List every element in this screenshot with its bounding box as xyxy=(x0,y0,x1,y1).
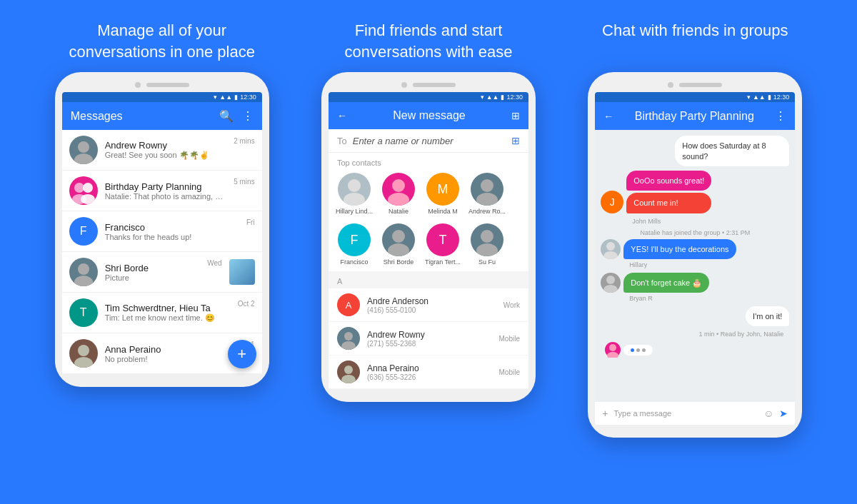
system-msg-natalie: Natalie has joined the group • 2:31 PM xyxy=(601,229,789,236)
svg-point-2 xyxy=(74,183,84,193)
wifi-icon-2: ▾ xyxy=(481,94,484,101)
sender-bryan: Bryan R xyxy=(628,295,789,302)
phone-3-speaker xyxy=(679,83,722,87)
status-time-3: 12:30 xyxy=(773,94,790,101)
svg-point-6 xyxy=(78,263,89,275)
contacts-grid-icon[interactable]: ⊞ xyxy=(511,135,520,146)
conv-item-francisco[interactable]: F Francisco Thanks for the heads up! Fri xyxy=(62,211,262,252)
contact-phone-andre: (416) 555-0100 xyxy=(367,306,496,314)
svg-point-24 xyxy=(606,242,615,251)
contact-hillary[interactable]: Hillary Lind... xyxy=(334,173,374,215)
message-input[interactable]: Type a message xyxy=(614,409,758,418)
avatar-tim: T xyxy=(69,298,98,327)
emoji-icon[interactable]: ☺ xyxy=(763,408,773,419)
contact-name-francisco2: Francisco xyxy=(340,258,368,266)
alpha-label-a: A xyxy=(337,277,342,286)
top-contacts-row1: Hillary Lind... Natalie M Melinda M xyxy=(329,170,528,221)
contact-info-andre: Andre Anderson (416) 555-0100 xyxy=(367,296,496,314)
contact-info-andrew2: Andrew Rowny (271) 555-2368 xyxy=(367,330,492,348)
bubble-bryan: Don't forget cake 🎂 xyxy=(623,273,709,293)
grid-icon[interactable]: ⊞ xyxy=(511,110,520,121)
signal-icon-3: ▲▲ xyxy=(753,94,766,101)
avatar-anna xyxy=(69,339,98,368)
conv-content-birthday: Birthday Party Planning Natalie: That ph… xyxy=(105,181,227,201)
svg-point-21 xyxy=(341,341,356,350)
more-icon-3[interactable]: ⋮ xyxy=(775,109,786,123)
svg-point-11 xyxy=(344,193,365,206)
conversation-list: Andrew Rowny Great! See you soon 🌴🌴✌️ 2 … xyxy=(62,130,262,374)
app-bar-3: ← Birthday Party Planning ⋮ xyxy=(595,102,795,130)
fab-button[interactable]: + xyxy=(228,340,256,368)
conv-item-birthday[interactable]: Birthday Party Planning Natalie: That ph… xyxy=(62,171,262,211)
contact-row-andrew[interactable]: Andrew Rowny (271) 555-2368 Mobile xyxy=(329,322,528,356)
contact-natalie[interactable]: Natalie xyxy=(379,173,419,215)
contact-name-sufu: Su Fu xyxy=(478,258,496,266)
contact-tigran[interactable]: T Tigran Tert... xyxy=(423,223,463,266)
wifi-icon-3: ▾ xyxy=(747,94,751,101)
phone-3-screen: ▾ ▲▲ ▮ 12:30 ← Birthday Party Planning ⋮… xyxy=(595,92,795,425)
contact-shri2[interactable]: Shri Borde xyxy=(379,223,419,266)
contact-row-andre[interactable]: A Andre Anderson (416) 555-0100 Work xyxy=(329,288,528,322)
j-bubbles: OoOo sounds great! Count me in! xyxy=(626,171,711,213)
conv-item-tim[interactable]: T Tim Schwerdtner, Hieu Ta Tim: Let me k… xyxy=(62,293,262,333)
conv-preview-andrew: Great! See you soon 🌴🌴✌️ xyxy=(105,151,227,160)
avatar-hillary-chat xyxy=(601,239,621,259)
conv-preview-birthday: Natalie: That photo is amazing, Jake! xyxy=(105,192,227,201)
bubble-oooo: OoOo sounds great! xyxy=(626,171,711,191)
contact-phone-andrew2: (271) 555-2368 xyxy=(367,340,492,348)
signal-icon-2: ▲▲ xyxy=(486,94,499,101)
signal-icon: ▲▲ xyxy=(219,94,232,101)
contact-melinda[interactable]: M Melinda M xyxy=(423,173,463,215)
avatar-j: J xyxy=(601,191,623,213)
typing-avatar xyxy=(605,342,621,358)
top-contacts-row2: F Francisco Shri Borde T Tigran Tert... xyxy=(329,221,528,271)
contact-name-andrew-r: Andrew Ro... xyxy=(468,208,506,215)
contact-name-melinda: Melinda M xyxy=(428,208,458,215)
conv-content-andrew: Andrew Rowny Great! See you soon 🌴🌴✌️ xyxy=(105,140,227,160)
svg-point-17 xyxy=(388,243,409,256)
status-time-2: 12:30 xyxy=(506,94,523,101)
conv-preview-anna: No problem! xyxy=(105,355,231,363)
more-icon[interactable]: ⋮ xyxy=(242,109,254,123)
avatar-birthday xyxy=(69,176,98,205)
message-bar: + Type a message ☺ ➤ xyxy=(595,401,795,425)
conv-time-andrew: 2 mins xyxy=(234,137,254,145)
conv-name-anna: Anna Peraino xyxy=(105,344,231,355)
back-arrow-3[interactable]: ← xyxy=(603,111,613,122)
msg-group-j: J OoOo sounds great! Count me in! xyxy=(601,171,789,213)
status-bar-2: ▾ ▲▲ ▮ 12:30 xyxy=(329,92,528,102)
conv-time-francisco: Fri xyxy=(246,218,255,226)
send-icon[interactable]: ➤ xyxy=(779,408,788,419)
search-icon[interactable]: 🔍 xyxy=(219,109,234,123)
wifi-icon: ▾ xyxy=(214,94,217,101)
conv-item-andrew[interactable]: Andrew Rowny Great! See you soon 🌴🌴✌️ 2 … xyxy=(62,130,262,171)
contact-name-andrew2: Andrew Rowny xyxy=(367,330,492,340)
svg-point-29 xyxy=(607,352,618,358)
contact-row-anna[interactable]: Anna Peraino (636) 555-3226 Mobile xyxy=(329,356,528,389)
column-title-1: Manage all of your conversations in one … xyxy=(48,20,276,62)
top-contacts-label: Top contacts xyxy=(329,153,528,170)
bubble-hillary: YES! I'll buy the decorations xyxy=(623,239,736,259)
conv-name-birthday: Birthday Party Planning xyxy=(105,181,227,192)
dot-2 xyxy=(636,348,640,352)
back-arrow-2[interactable]: ← xyxy=(337,110,347,121)
svg-point-8 xyxy=(78,345,89,356)
conv-item-shri[interactable]: Shri Borde Picture Wed xyxy=(62,252,262,293)
contact-francisco2[interactable]: F Francisco xyxy=(334,223,374,266)
sender-hillary: Hillary xyxy=(628,261,789,268)
to-input[interactable]: Enter a name or number xyxy=(353,136,506,146)
add-icon[interactable]: + xyxy=(602,408,608,419)
avatar-andrew2 xyxy=(337,327,360,350)
contact-sufu[interactable]: Su Fu xyxy=(467,223,507,266)
sender-name-hillary: Hillary xyxy=(629,261,789,268)
conv-time-birthday: 5 mins xyxy=(234,178,254,186)
conv-content-shri: Shri Borde Picture xyxy=(105,263,201,282)
svg-point-15 xyxy=(476,193,498,206)
chat-area: How does Saturday at 8 sound? J OoOo sou… xyxy=(595,130,795,401)
contact-andrew-r[interactable]: Andrew Ro... xyxy=(467,173,507,215)
svg-point-3 xyxy=(83,183,93,193)
avatar-francisco: F xyxy=(69,217,98,246)
battery-icon-2: ▮ xyxy=(501,94,504,101)
svg-point-20 xyxy=(344,332,353,341)
svg-point-12 xyxy=(392,179,405,192)
